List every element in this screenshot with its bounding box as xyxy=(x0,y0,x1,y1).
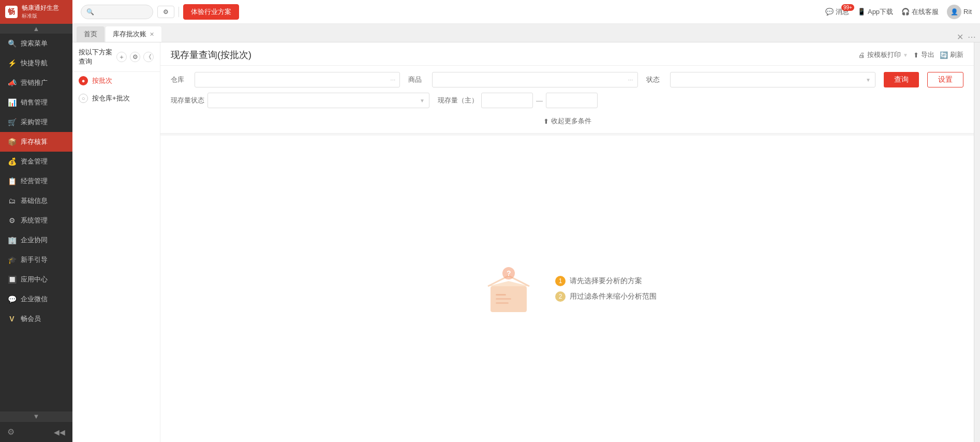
main-area: 🔍 ⚙ 体验行业方案 💬 消息 99+ 📱 App下载 🎧 在线客服 xyxy=(72,0,980,442)
status-field: 状态 ▼ xyxy=(646,72,875,87)
user-avatar: 👤 xyxy=(947,5,961,19)
product-dots: ··· xyxy=(628,76,633,83)
filter-item-by-batch[interactable]: ● 按批次 xyxy=(72,72,160,90)
sidebar-item-operations[interactable]: 📋 经营管理 xyxy=(0,171,72,191)
inventory-status-label: 现存量状态 xyxy=(171,96,204,105)
sales-icon: 📊 xyxy=(7,98,17,107)
sidebar-item-marketing[interactable]: 📣 营销推广 xyxy=(0,73,72,93)
query-btn[interactable]: 查询 xyxy=(884,72,919,87)
product-input[interactable]: ··· xyxy=(432,72,637,87)
export-btn[interactable]: ⬆ 导出 xyxy=(913,50,934,60)
settings-scheme-btn[interactable]: ⚙ xyxy=(130,52,140,62)
filter-item-by-warehouse-batch[interactable]: ○ 按仓库+批次 xyxy=(72,90,160,107)
app-center-icon: 🔲 xyxy=(7,275,17,284)
sidebar-item-inventory[interactable]: 📦 库存核算 xyxy=(0,132,72,152)
sidebar-item-purchase[interactable]: 🛒 采购管理 xyxy=(0,112,72,132)
right-scrollbar[interactable] xyxy=(974,42,980,442)
sidebar-scroll-down[interactable]: ▼ xyxy=(0,411,72,421)
sidebar-footer: ⚙ ◀◀ xyxy=(0,421,72,442)
settings-icon[interactable]: ⚙ xyxy=(7,427,14,437)
panel-close-icon[interactable]: ✕ xyxy=(953,32,968,42)
online-service-btn[interactable]: 🎧 在线客服 xyxy=(901,7,939,17)
refresh-btn[interactable]: 🔄 刷新 xyxy=(940,50,963,60)
print-template-btn[interactable]: 🖨 按模板打印 ▼ xyxy=(858,50,908,60)
sidebar-item-newbie-label: 新手引导 xyxy=(21,255,48,264)
message-icon: 💬 xyxy=(825,8,834,16)
setup-btn[interactable]: 设置 xyxy=(927,72,963,87)
topbar-right: 💬 消息 99+ 📱 App下载 🎧 在线客服 👤 Rit xyxy=(825,5,972,19)
company-name: 畅康通好生意 xyxy=(22,4,59,12)
tip-num-1: 1 xyxy=(555,276,566,286)
sidebar-item-basics[interactable]: 🗂 基础信息 xyxy=(0,191,72,211)
panel-expand-icon[interactable]: ⋯ xyxy=(968,32,976,42)
refresh-icon: 🔄 xyxy=(940,51,948,59)
sidebar-item-finance-label: 资金管理 xyxy=(21,157,48,166)
sidebar-item-app-center-label: 应用中心 xyxy=(21,275,48,284)
collapse-filter-btn[interactable]: 《 xyxy=(143,52,154,62)
query-form: 仓库 ··· 商品 ··· 状态 xyxy=(160,66,974,134)
add-scheme-btn[interactable]: ＋ xyxy=(116,52,127,62)
sidebar-item-app-center[interactable]: 🔲 应用中心 xyxy=(0,270,72,289)
topbar-search-icon: 🔍 xyxy=(86,8,94,16)
topbar-search-box[interactable]: 🔍 xyxy=(81,5,153,19)
topbar-left: 🔍 ⚙ 体验行业方案 xyxy=(81,4,820,20)
search-icon: 🔍 xyxy=(7,39,17,48)
tab-close-icon[interactable]: ✕ xyxy=(150,31,154,38)
sidebar-item-search[interactable]: 🔍 搜索菜单 xyxy=(0,34,72,53)
empty-state: ? 1 请先选择要分析的方案 2 用过滤条件来缩小分析范围 xyxy=(160,136,974,442)
inventory-status-select[interactable]: ▼ xyxy=(207,93,429,108)
sidebar-header: 畅 畅康通好生意 标准版 xyxy=(0,0,72,24)
app-download-btn[interactable]: 📱 App下载 xyxy=(857,7,893,17)
sidebar-item-marketing-label: 营销推广 xyxy=(21,78,48,87)
product-label: 商品 xyxy=(408,75,429,84)
print-dropdown-icon[interactable]: ▼ xyxy=(903,52,908,58)
wechat-icon: 💬 xyxy=(7,294,17,304)
refresh-label: 刷新 xyxy=(950,50,963,60)
sidebar-scroll-up[interactable]: ▲ xyxy=(0,24,72,34)
topbar-settings-btn[interactable]: ⚙ xyxy=(157,6,174,18)
messages-btn[interactable]: 💬 消息 99+ xyxy=(825,7,849,17)
collapse-sidebar-btn[interactable]: ◀◀ xyxy=(54,428,65,436)
collapse-more-label: 收起更多条件 xyxy=(551,116,591,126)
filter-panel-actions: ＋ ⚙ 《 xyxy=(116,52,154,62)
collapse-more-btn[interactable]: ⬆ 收起更多条件 xyxy=(171,113,963,127)
tab-panel-close: ✕ ⋯ xyxy=(953,32,976,42)
sidebar-item-vip[interactable]: V 畅会员 xyxy=(0,309,72,329)
sidebar-item-wechat[interactable]: 💬 企业微信 xyxy=(0,289,72,309)
purchase-icon: 🛒 xyxy=(7,117,17,127)
filter-item-by-warehouse-batch-label: 按仓库+批次 xyxy=(92,94,130,103)
sidebar-item-finance[interactable]: 💰 资金管理 xyxy=(0,152,72,171)
newbie-icon: 🎓 xyxy=(7,255,17,264)
sidebar-item-enterprise[interactable]: 🏢 企业协同 xyxy=(0,230,72,250)
filter-item-by-batch-label: 按批次 xyxy=(92,76,112,85)
range-separator: — xyxy=(536,97,543,105)
sidebar-item-sales[interactable]: 📊 销售管理 xyxy=(0,93,72,112)
company-info: 畅康通好生意 标准版 xyxy=(22,4,59,20)
tab-home[interactable]: 首页 xyxy=(77,26,105,42)
svg-rect-3 xyxy=(496,294,506,296)
gear-icon: ⚙ xyxy=(163,8,169,16)
sidebar-item-newbie[interactable]: 🎓 新手引导 xyxy=(0,250,72,270)
sidebar-item-quick-nav[interactable]: ⚡ 快捷导航 xyxy=(0,53,72,73)
filter-panel-header: 按以下方案查询 ＋ ⚙ 《 xyxy=(72,42,160,72)
filter-panel-title: 按以下方案查询 xyxy=(79,48,116,66)
warehouse-input[interactable]: ··· xyxy=(195,72,400,87)
printer-icon: 🖨 xyxy=(858,51,865,59)
sidebar-item-quick-nav-label: 快捷导航 xyxy=(21,58,48,68)
form-row-2: 现存量状态 ▼ 现存量（主） — xyxy=(171,93,963,108)
sidebar-item-vip-label: 畅会员 xyxy=(21,314,41,323)
user-avatar-btn[interactable]: 👤 Rit xyxy=(947,5,972,19)
qty-range-to[interactable] xyxy=(546,93,598,108)
tab-home-label: 首页 xyxy=(84,30,97,39)
sidebar-item-system[interactable]: ⚙ 系统管理 xyxy=(0,211,72,230)
page-header: 现存量查询(按批次) 🖨 按模板打印 ▼ ⬆ 导出 🔄 刷新 xyxy=(160,42,974,66)
tab-inventory-batch-label: 库存批次账 xyxy=(113,30,146,39)
operations-icon: 📋 xyxy=(7,176,17,186)
status-select[interactable]: ▼ xyxy=(670,72,875,87)
page-title: 现存量查询(按批次) xyxy=(171,49,251,61)
main-panel: 现存量查询(按批次) 🖨 按模板打印 ▼ ⬆ 导出 🔄 刷新 xyxy=(160,42,974,442)
qty-range-from[interactable] xyxy=(481,93,533,108)
experience-btn[interactable]: 体验行业方案 xyxy=(183,4,239,20)
sidebar-item-wechat-label: 企业微信 xyxy=(21,294,48,304)
tab-inventory-batch[interactable]: 库存批次账 ✕ xyxy=(106,26,161,42)
